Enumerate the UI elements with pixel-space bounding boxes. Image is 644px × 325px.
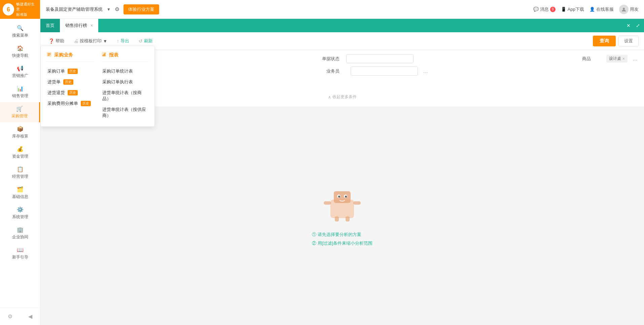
sidebar-item-system[interactable]: ⚙️ 系统管理 — [0, 203, 40, 223]
app-download-item[interactable]: 📱 App下载 — [561, 6, 584, 12]
sidebar-item-finance[interactable]: 💰 资金管理 — [0, 143, 40, 163]
svg-point-0 — [623, 8, 625, 10]
sidebar-logo: 6 畅捷通好生意 标准版 — [0, 0, 40, 19]
sidebar-item-purchase[interactable]: 🛒 采购管理 — [0, 102, 40, 122]
system-dropdown-btn[interactable]: ▼ — [107, 7, 111, 12]
sidebar-item-quick-nav[interactable]: 🏠 快捷导航 — [0, 42, 40, 62]
help-btn[interactable]: ❓ 帮助 — [46, 37, 67, 45]
sidebar-item-label: 销售管理 — [12, 93, 28, 99]
header-right: 💬 消息 9 📱 App下载 👤 在线客服 用友 — [533, 5, 639, 14]
tab-close-btn[interactable]: × — [91, 23, 93, 28]
svg-rect-10 — [353, 201, 361, 205]
app-label: App下载 — [568, 6, 584, 12]
dropdown-item-goods-receipt[interactable]: 进货单 历史 — [46, 77, 94, 87]
filter-settings-btn[interactable]: 设置 — [618, 36, 639, 46]
sidebar-item-label: 经营管理 — [12, 174, 28, 179]
home-icon: 🏠 — [17, 45, 24, 51]
sidebar-item-label: 新手引导 — [12, 254, 28, 260]
sidebar-item-guide[interactable]: 📖 新手引导 — [0, 243, 40, 263]
system-title: 装备及固定资产辅助管理系统 — [46, 6, 103, 12]
dropdown-item-purchase-order-stat[interactable]: 采购订单统计表 — [101, 66, 149, 77]
sidebar-nav: 🔍 搜索菜单 🏠 快捷导航 📢 营销推广 📊 销售管理 🛒 采购管理 📦 库存核… — [0, 19, 40, 308]
dropdown-col-report-title: 报表 — [101, 51, 149, 62]
sidebar-item-operation[interactable]: 📋 经营管理 — [0, 163, 40, 183]
salesperson-input[interactable] — [351, 67, 418, 76]
export-btn[interactable]: ↑ 导出 — [114, 37, 132, 45]
dropdown-item-label: 采购费用分摊单 — [47, 100, 78, 107]
salesperson-label: 业务员 — [326, 68, 347, 74]
dropdown-item-label: 进货单 — [47, 79, 61, 85]
message-item[interactable]: 💬 消息 9 — [533, 6, 556, 12]
history-badge: 历史 — [68, 69, 78, 74]
sidebar-collapse-btn[interactable]: ◀ — [27, 312, 34, 321]
purchase-col-icon — [46, 51, 52, 59]
print-btn[interactable]: 🖨 按模板打印 ▼ — [71, 37, 110, 45]
dropdown-item-label: 采购订单 — [47, 68, 65, 74]
export-label: 导出 — [120, 38, 129, 44]
sidebar-item-enterprise[interactable]: 🏢 企业协同 — [0, 223, 40, 243]
header-settings-btn[interactable]: ⚙ — [115, 6, 119, 12]
dropdown-item-goods-stat-product[interactable]: 进货单统计表（按商品） — [101, 87, 149, 104]
refresh-btn[interactable]: ↺ 刷新 — [136, 37, 155, 45]
goods-tag-close[interactable]: × — [622, 56, 625, 61]
dropdown-item-purchase-fee[interactable]: 采购费用分摊单 历史 — [46, 98, 94, 109]
sidebar-item-label: 搜索菜单 — [12, 33, 28, 38]
refresh-label: 刷新 — [144, 38, 153, 44]
print-dropdown-icon[interactable]: ▼ — [103, 39, 107, 44]
guide-icon: 📖 — [17, 247, 24, 253]
svg-rect-13 — [103, 55, 103, 56]
svg-rect-9 — [324, 201, 331, 205]
goods-label: 商品 — [582, 56, 602, 62]
marketing-icon: 📢 — [17, 65, 24, 72]
content-area: ❓ 帮助 🖨 按模板打印 ▼ ↑ 导出 ↺ 刷新 查询 设置 — [40, 32, 644, 325]
sidebar-item-basic-info[interactable]: 🗂️ 基础信息 — [0, 183, 40, 203]
dropdown-item-label: 进货单统计表（按供应商） — [102, 107, 148, 119]
print-icon: 🖨 — [74, 38, 78, 44]
tab-sales-rank[interactable]: 销售排行榜 × — [60, 19, 98, 32]
logo-text: 畅捷通好生意 标准版 — [16, 2, 37, 17]
industry-btn[interactable]: 体验行业方案 — [123, 4, 159, 14]
avatar — [619, 5, 629, 14]
empty-tip2-mark: ② — [312, 241, 318, 246]
dropdown-item-purchase-order[interactable]: 采购订单 历史 — [46, 66, 94, 77]
dropdown-item-label: 采购订单执行表 — [102, 79, 133, 85]
empty-illustration — [322, 185, 362, 225]
tab-home[interactable]: 首页 — [40, 19, 60, 32]
salesperson-dots[interactable]: ... — [422, 68, 429, 74]
tab-bar-expand-icon[interactable]: ⤢ — [635, 22, 641, 30]
enterprise-icon: 🏢 — [17, 227, 24, 233]
dropdown-item-purchase-order-exec[interactable]: 采购订单执行表 — [101, 77, 149, 87]
main-area: 装备及固定资产辅助管理系统 ▼ ⚙ 体验行业方案 💬 消息 9 📱 App下载 … — [40, 0, 644, 325]
empty-tip1: 请先选择要分析的方案 — [318, 232, 361, 237]
svg-rect-7 — [335, 216, 339, 221]
sidebar-item-label: 基础信息 — [12, 194, 28, 200]
doc-status-select[interactable] — [346, 54, 414, 63]
dropdown-item-label: 进货单统计表（按商品） — [102, 90, 148, 102]
query-btn[interactable]: 查询 — [593, 36, 616, 46]
top-header: 装备及固定资产辅助管理系统 ▼ ⚙ 体验行业方案 💬 消息 9 📱 App下载 … — [40, 0, 644, 19]
sidebar-item-search[interactable]: 🔍 搜索菜单 — [0, 22, 40, 42]
tab-bar-close-icon[interactable]: ✕ — [625, 22, 632, 30]
sidebar-item-sales[interactable]: 📊 销售管理 — [0, 82, 40, 102]
export-icon: ↑ — [117, 38, 119, 44]
sales-icon: 📊 — [17, 85, 24, 92]
help-label: 帮助 — [56, 38, 64, 44]
dropdown-item-goods-return[interactable]: 进货退货 历史 — [46, 87, 94, 98]
tab-bar-right: ✕ ⤢ — [625, 22, 644, 30]
user-item[interactable]: 用友 — [619, 5, 639, 14]
empty-state: ① 请先选择要分析的方案 ② 用[过滤]条件来缩小分析范围 — [40, 107, 644, 325]
tab-bar: 首页 销售排行榜 × ✕ ⤢ — [40, 19, 644, 32]
online-service-item[interactable]: 👤 在线客服 — [589, 6, 614, 12]
logo-icon: 6 — [3, 3, 14, 15]
goods-filter-tag: 设计桌 × — [606, 55, 628, 63]
sidebar-item-marketing[interactable]: 📢 营销推广 — [0, 62, 40, 82]
up-icon: ∧ — [328, 95, 331, 99]
sidebar-footer: ⚙ ◀ — [0, 308, 40, 325]
goods-dots[interactable]: ... — [632, 56, 639, 62]
sidebar-settings-btn[interactable]: ⚙ — [6, 312, 14, 321]
dropdown-item-goods-stat-supplier[interactable]: 进货单统计表（按供应商） — [101, 104, 149, 121]
purchase-icon: 🛒 — [16, 106, 23, 112]
collapse-label: 收起更多条件 — [332, 94, 357, 100]
service-label: 在线客服 — [596, 6, 614, 12]
sidebar-item-inventory[interactable]: 📦 库存核算 — [0, 122, 40, 143]
